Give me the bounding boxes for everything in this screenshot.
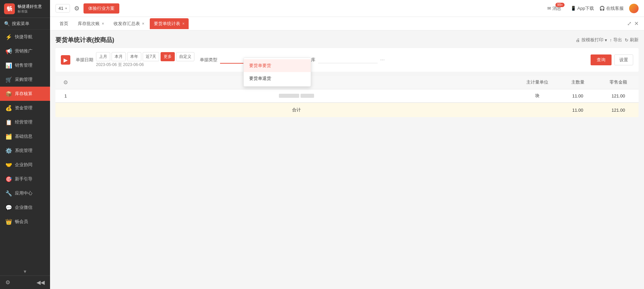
sidebar-item-finance[interactable]: 💰 资金管理 bbox=[0, 101, 50, 115]
message-badge: 99+ bbox=[555, 3, 565, 7]
service-icon: 🎧 bbox=[599, 6, 605, 11]
collab-icon: 🤝 bbox=[5, 161, 12, 168]
wechat-icon: 💬 bbox=[5, 204, 12, 211]
filter-date-range: 2023-05-06 至 2023-06-06 bbox=[96, 62, 194, 68]
product-bar-2 bbox=[301, 94, 314, 98]
filter-warehouse-more-icon[interactable]: ··· bbox=[380, 57, 385, 63]
tabbar-actions: ⤢ ✕ bbox=[627, 20, 639, 27]
sidebar-item-guide[interactable]: 🎯 新手引导 bbox=[0, 172, 50, 186]
tab-inventory-batch[interactable]: 库存批次账 × bbox=[74, 18, 108, 29]
col-header-quantity: 主数量 bbox=[557, 79, 598, 86]
download-icon: 📱 bbox=[571, 6, 576, 11]
export-button[interactable]: ↑ 导出 bbox=[610, 37, 622, 43]
content-area: 要货单统计表(按商品) 🖨 按模板打印 ▾ ↑ 导出 ↻ 刷新 ▶ bbox=[50, 30, 644, 289]
tab-home[interactable]: 首页 bbox=[55, 18, 72, 29]
refresh-button[interactable]: ↻ 刷新 bbox=[625, 37, 639, 43]
tabbar: 首页 库存批次账 × 收发存汇总表 × 要货单统计表 × ⤢ ✕ bbox=[50, 17, 644, 30]
sidebar-item-collab[interactable]: 🤝 企业协同 bbox=[0, 158, 50, 172]
col-header-settings: ⚙ bbox=[55, 79, 76, 86]
data-table: ⚙ 商品 主计量单位 主数量 零售金额 1 块 11.00 121.00 bbox=[55, 76, 639, 117]
tab-receive-summary[interactable]: 收发存汇总表 × bbox=[110, 18, 148, 29]
col-header-amount: 零售金额 bbox=[598, 79, 639, 86]
quick-nav-icon: ⚡ bbox=[5, 34, 12, 40]
cell-quantity: 11.00 bbox=[557, 93, 598, 98]
filter-settings-button[interactable]: 设置 bbox=[614, 54, 633, 65]
collapse-sidebar-button[interactable]: ◀◀ bbox=[37, 279, 45, 286]
app-title: 畅捷通好生意 标准版 bbox=[18, 4, 42, 14]
purchase-icon: 🛒 bbox=[5, 76, 12, 83]
online-service-button[interactable]: 🎧 在线客服 bbox=[599, 5, 624, 12]
sidebar-item-system[interactable]: ⚙️ 系统管理 bbox=[0, 143, 50, 158]
sidebar: 畅 畅捷通好生意 标准版 🔍 搜索菜单 ⚡ 快捷导航 📢 营销推广 📊 销售管理… bbox=[0, 0, 50, 289]
dropdown-item-order-return[interactable]: 要货单退货 bbox=[244, 72, 311, 85]
filter-this-year-btn[interactable]: 本年 bbox=[127, 52, 141, 61]
main-area: 41 ▾ ⚙ 体验行业方案 ✉ 消息 99+ 📱 App下载 🎧 在线客服 bbox=[50, 0, 644, 289]
product-bar-1 bbox=[279, 94, 299, 98]
tab-close-all-icon[interactable]: ✕ bbox=[634, 20, 639, 27]
trial-button[interactable]: 体验行业方案 bbox=[84, 3, 119, 14]
print-button[interactable]: 🖨 按模板打印 ▾ bbox=[576, 37, 607, 43]
filter-bar: ▶ 单据日期 上月 本月 本年 近7天 更多 自定义 2023-05-06 至 … bbox=[55, 48, 639, 72]
sidebar-item-operations[interactable]: 📋 经营管理 bbox=[0, 115, 50, 129]
sales-icon: 📊 bbox=[5, 62, 12, 69]
chevron-down-icon: ▾ bbox=[65, 6, 67, 10]
page-title: 要货单统计表(按商品) bbox=[55, 36, 114, 44]
sidebar-item-app-center[interactable]: 🔧 应用中心 bbox=[0, 186, 50, 200]
table-row: 1 块 11.00 121.00 bbox=[55, 89, 639, 103]
filter-last-month-btn[interactable]: 上月 bbox=[96, 52, 110, 61]
print-icon: 🖨 bbox=[576, 38, 580, 43]
sidebar-footer: ⚙ ◀◀ bbox=[0, 275, 50, 289]
type-dropdown-menu: 要货单要货 要货单退货 bbox=[243, 58, 311, 87]
filter-warehouse-input[interactable] bbox=[318, 57, 378, 63]
sidebar-item-quick-nav[interactable]: ⚡ 快捷导航 bbox=[0, 30, 50, 44]
table-settings-icon[interactable]: ⚙ bbox=[58, 79, 73, 86]
cell-unit: 块 bbox=[517, 93, 557, 99]
finance-icon: 💰 bbox=[5, 105, 12, 111]
dropdown-item-order-goods[interactable]: 要货单要货 bbox=[244, 59, 311, 72]
page-header: 要货单统计表(按商品) 🖨 按模板打印 ▾ ↑ 导出 ↻ 刷新 bbox=[55, 36, 639, 44]
avatar[interactable] bbox=[629, 4, 639, 13]
sidebar-item-inventory[interactable]: 📦 库存核算 bbox=[0, 87, 50, 101]
search-menu[interactable]: 🔍 搜索菜单 bbox=[0, 18, 50, 30]
refresh-icon: ↻ bbox=[625, 38, 628, 43]
sidebar-item-basic[interactable]: 🗂️ 基础信息 bbox=[0, 129, 50, 143]
sidebar-item-wechat[interactable]: 💬 企业微信 bbox=[0, 200, 50, 215]
footer-quantity: 11.00 bbox=[557, 108, 598, 113]
member-icon: 👑 bbox=[5, 218, 12, 225]
sidebar-item-sales[interactable]: 📊 销售管理 bbox=[0, 58, 50, 72]
cell-amount: 121.00 bbox=[598, 93, 639, 98]
query-button[interactable]: 查询 bbox=[591, 54, 612, 65]
tab-close-order-summary[interactable]: × bbox=[182, 21, 185, 26]
sidebar-scroll-down[interactable]: ▼ bbox=[0, 268, 50, 275]
sidebar-item-purchase[interactable]: 🛒 采购管理 bbox=[0, 72, 50, 87]
tab-order-summary[interactable]: 要货单统计表 × bbox=[150, 18, 189, 29]
tab-close-receive-summary[interactable]: × bbox=[142, 21, 144, 26]
search-icon: 🔍 bbox=[4, 21, 10, 26]
basic-icon: 🗂️ bbox=[5, 133, 12, 140]
settings-icon[interactable]: ⚙ bbox=[5, 279, 10, 286]
company-selector[interactable]: 41 ▾ bbox=[55, 4, 70, 13]
messages-button[interactable]: ✉ 消息 99+ bbox=[547, 5, 561, 12]
filter-expand-button[interactable]: ▶ bbox=[61, 55, 70, 65]
tab-close-inventory-batch[interactable]: × bbox=[102, 21, 104, 26]
guide-icon: 🎯 bbox=[5, 176, 12, 182]
tab-maximize-icon[interactable]: ⤢ bbox=[627, 20, 631, 27]
filter-this-month-btn[interactable]: 本月 bbox=[112, 52, 126, 61]
app-center-icon: 🔧 bbox=[5, 190, 12, 197]
footer-label: 合计 bbox=[76, 107, 517, 113]
filter-custom-btn[interactable]: 自定义 bbox=[176, 52, 194, 61]
operations-icon: 📋 bbox=[5, 119, 12, 126]
footer-amount: 121.00 bbox=[598, 108, 639, 113]
filter-actions: 查询 设置 bbox=[591, 54, 633, 65]
filter-date-buttons: 上月 本月 本年 近7天 更多 自定义 bbox=[96, 52, 194, 61]
filter-more-btn[interactable]: 更多 bbox=[161, 52, 175, 61]
marketing-icon: 📢 bbox=[5, 48, 12, 54]
cell-index: 1 bbox=[55, 93, 76, 98]
sidebar-item-marketing[interactable]: 📢 营销推广 bbox=[0, 44, 50, 58]
filter-last-7days-btn[interactable]: 近7天 bbox=[143, 52, 159, 61]
app-download-button[interactable]: 📱 App下载 bbox=[571, 5, 594, 12]
filter-date-group: 单据日期 上月 本月 本年 近7天 更多 自定义 2023-05-06 至 20… bbox=[76, 52, 194, 68]
system-icon: ⚙️ bbox=[5, 147, 12, 154]
sidebar-item-member[interactable]: 👑 畅会员 bbox=[0, 215, 50, 229]
topbar-settings-icon[interactable]: ⚙ bbox=[74, 5, 79, 12]
